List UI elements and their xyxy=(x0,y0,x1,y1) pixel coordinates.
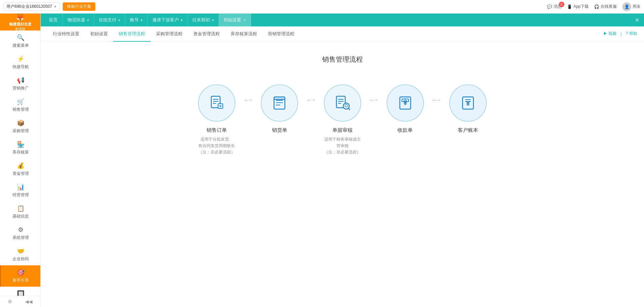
search-menu-icon: 🔍 xyxy=(17,34,24,41)
close-all-tabs-btn[interactable]: ✕ xyxy=(633,16,641,25)
nav-tab-account[interactable]: 账号 ▾ xyxy=(125,14,148,26)
sub-tab-inventory-flow[interactable]: 库存核算流程 xyxy=(225,27,262,42)
flow-item-delivery[interactable]: 销货单 xyxy=(252,84,307,136)
sidebar-item-operation[interactable]: 📊 经营管理 xyxy=(0,180,40,201)
sidebar-item-purchase[interactable]: 📦 采购管理 xyxy=(0,116,40,137)
nav-tab-past-period-label: 往来期初 xyxy=(192,17,210,23)
receipt-icon: ¥ xyxy=(396,94,414,112)
user-selector-arrow: ▼ xyxy=(54,5,57,8)
sub-tab-initial-settings[interactable]: 初始设置 xyxy=(85,27,113,42)
payment-dropdown-icon: ▾ xyxy=(118,18,120,22)
settings-bottom-btn[interactable]: ⚙ xyxy=(8,299,12,304)
sub-tabs-bar: 行业特性设置 初始设置 销售管理流程 采购管理流程 资金管理流程 库存核算流程 xyxy=(41,26,644,41)
marketing-icon: 📢 xyxy=(17,77,24,84)
user-selector-text: 用户690企业1660120507 xyxy=(6,4,52,9)
svg-text:¥: ¥ xyxy=(466,100,470,107)
app-download-icon: 📱 xyxy=(567,4,572,9)
sub-tab-industry-settings-label: 行业特性设置 xyxy=(53,31,79,37)
user-avatar[interactable]: 👤 用友 xyxy=(622,2,641,11)
sidebar-label-new-guide: 新手引导 xyxy=(13,278,29,283)
nav-tab-logistics[interactable]: 物流快递 ▾ xyxy=(63,14,94,26)
purchase-icon: 📦 xyxy=(17,119,24,127)
page-content: 销售管理流程 xyxy=(41,41,644,307)
sidebar-item-inventory[interactable]: 🏪 库存核算 xyxy=(0,137,40,159)
nav-tab-payment[interactable]: 在线支付 ▾ xyxy=(94,14,125,26)
enterprise-collab-icon: 🤝 xyxy=(17,247,24,255)
delivery-icon xyxy=(271,94,288,112)
online-service-action[interactable]: 🎧 在线客服 xyxy=(594,4,617,9)
sidebar-item-system[interactable]: ⚙ 系统管理 xyxy=(0,223,40,244)
sidebar-label-marketing: 营销推广 xyxy=(13,85,29,91)
sub-tab-sales-flow-label: 销售管理流程 xyxy=(119,31,145,37)
sidebar-label-inventory: 库存核算 xyxy=(13,149,29,155)
system-icon: ⚙ xyxy=(18,226,23,233)
nav-tab-home[interactable]: 首页 xyxy=(44,14,63,26)
sidebar-item-quick-nav[interactable]: ⚡ 快捷导航 xyxy=(0,52,40,73)
initial-setup-close-icon[interactable]: ✕ xyxy=(243,18,246,22)
video-icon: ▶ xyxy=(603,31,607,36)
basic-info-icon: 📋 xyxy=(17,205,24,212)
header-left: 用户690企业1660120507 ▼ 体验行业方案 xyxy=(3,2,95,11)
message-badge: 6 xyxy=(559,2,564,7)
nav-tab-initial-setup[interactable]: 初始设置 ✕ xyxy=(219,14,251,26)
app-download-action[interactable]: 📱 App下载 xyxy=(567,4,589,9)
flow-label-customer-ledger: 客户账本 xyxy=(458,127,478,134)
flow-item-receipt[interactable]: ¥ 收款单 xyxy=(378,84,432,136)
sidebar-item-app-center[interactable]: 🔲 应用中心 xyxy=(0,287,40,296)
nav-tab-initial-setup-label: 初始设置 xyxy=(223,17,241,23)
sidebar-item-sales[interactable]: 🛒 销售管理 xyxy=(0,95,40,116)
sub-tabs-right: ▶ 视频 | ? 帮助 xyxy=(603,31,638,37)
logistics-dropdown-icon: ▾ xyxy=(87,18,89,22)
flow-item-doc-review[interactable]: 单据审核 适用于财务审核或主管审核（注：非必要流程） xyxy=(315,84,370,156)
flow-item-sales-order[interactable]: 销售订单 适用于分批发货、有合同发货周期较长（注：非必要流程） xyxy=(190,84,244,156)
nav-tabs-bar: 首页 物流快递 ▾ 在线支付 ▾ 账号 ▾ 邀请下游客户 ▾ 往来期初 ▾ xyxy=(41,14,644,26)
right-area: 首页 物流快递 ▾ 在线支付 ▾ 账号 ▾ 邀请下游客户 ▾ 往来期初 ▾ xyxy=(41,14,644,307)
flow-label-sales-order: 销售订单 xyxy=(207,127,227,134)
video-link[interactable]: ▶ 视频 xyxy=(603,31,617,37)
trial-button[interactable]: 体验行业方案 xyxy=(63,2,95,11)
flow-circle-sales-order xyxy=(198,84,235,122)
header-right: 💬 消息 6 📱 App下载 🎧 在线客服 👤 用友 xyxy=(547,2,641,11)
flow-circle-doc-review xyxy=(324,84,361,122)
flow-item-customer-ledger[interactable]: ¥ 客户账本 xyxy=(441,84,495,136)
sales-order-icon xyxy=(208,94,226,112)
nav-tab-account-label: 账号 xyxy=(130,17,139,23)
sidebar-label-search-menu: 搜索菜单 xyxy=(13,43,29,48)
flow-arrow-3: ···→ xyxy=(370,84,378,104)
sidebar-item-enterprise-collab[interactable]: 🤝 企业协同 xyxy=(0,244,40,265)
help-link[interactable]: ? 帮助 xyxy=(626,31,637,37)
sales-icon: 🛒 xyxy=(17,98,24,105)
sidebar-label-finance: 资金管理 xyxy=(13,171,29,177)
sidebar-item-new-guide[interactable]: 🎯 新手引导 xyxy=(0,265,40,287)
sidebar-bottom: ⚙ ◀◀ xyxy=(0,296,40,307)
nav-tab-past-period[interactable]: 往来期初 ▾ xyxy=(188,14,219,26)
page-title: 销售管理流程 xyxy=(322,55,363,64)
sidebar-label-purchase: 采购管理 xyxy=(13,128,29,134)
flow-circle-customer-ledger: ¥ xyxy=(449,84,487,122)
nav-tab-invite-customer[interactable]: 邀请下游客户 ▾ xyxy=(148,14,188,26)
sub-tab-finance-flow[interactable]: 资金管理流程 xyxy=(188,27,225,42)
sidebar: 🦊 畅捷通好生意 标准版 🔍 搜索菜单 ⚡ 快捷导航 📢 营销推广 🛒 销售管理 xyxy=(0,14,41,307)
sidebar-item-search-menu[interactable]: 🔍 搜索菜单 xyxy=(0,30,40,52)
new-guide-icon: 🎯 xyxy=(17,269,24,276)
flow-desc-doc-review: 适用于财务审核或主管审核（注：非必要流程） xyxy=(324,136,361,156)
sub-tab-sales-flow[interactable]: 销售管理流程 xyxy=(113,27,151,42)
sidebar-item-marketing[interactable]: 📢 营销推广 xyxy=(0,73,40,95)
logo-line1: 畅捷通好生意 xyxy=(9,22,32,27)
sidebar-item-basic-info[interactable]: 📋 基础信息 xyxy=(0,201,40,223)
sub-tab-purchase-flow[interactable]: 采购管理流程 xyxy=(151,27,188,42)
sidebar-label-operation: 经营管理 xyxy=(13,192,29,198)
user-name-label: 用友 xyxy=(632,4,641,9)
sidebar-item-finance[interactable]: 💰 资金管理 xyxy=(0,159,40,180)
flow-desc-sales-order: 适用于分批发货、有合同发货周期较长（注：非必要流程） xyxy=(198,136,235,156)
flow-diagram: 销售订单 适用于分批发货、有合同发货周期较长（注：非必要流程） ···→ xyxy=(54,84,630,156)
user-selector[interactable]: 用户690企业1660120507 ▼ xyxy=(3,2,60,11)
logo-icon: 🦊 xyxy=(16,14,24,21)
sub-tab-industry-settings[interactable]: 行业特性设置 xyxy=(47,27,85,42)
svg-rect-11 xyxy=(274,97,285,100)
collapse-btn[interactable]: ◀◀ xyxy=(25,299,33,304)
sub-tab-marketing-flow[interactable]: 营销管理流程 xyxy=(262,27,300,42)
message-action[interactable]: 💬 消息 6 xyxy=(547,4,562,9)
flow-label-doc-review: 单据审核 xyxy=(332,127,353,134)
sidebar-label-enterprise-collab: 企业协同 xyxy=(13,256,29,262)
